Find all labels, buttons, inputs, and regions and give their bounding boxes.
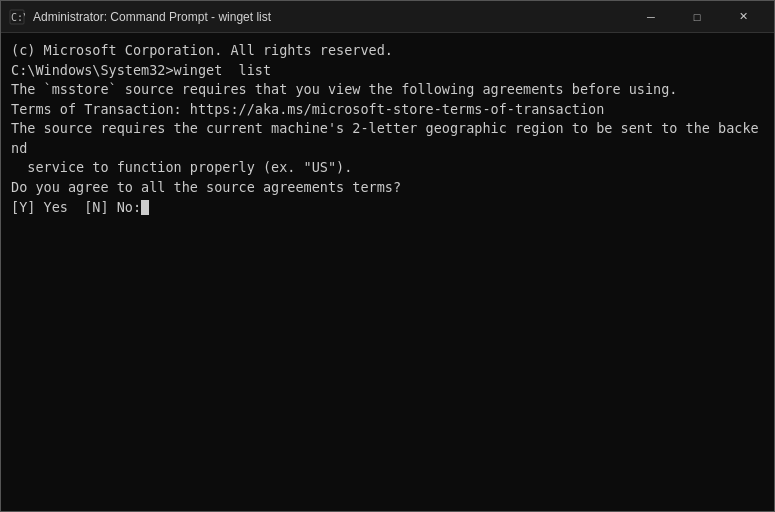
terminal-line: service to function properly (ex. "US").	[11, 158, 764, 178]
close-button[interactable]: ✕	[720, 1, 766, 33]
terminal-line: C:\Windows\System32>winget list	[11, 61, 764, 81]
terminal-line: The source requires the current machine'…	[11, 119, 764, 158]
window: C:\ Administrator: Command Prompt - wing…	[0, 0, 775, 512]
terminal-line: Do you agree to all the source agreement…	[11, 178, 764, 198]
minimize-button[interactable]: ─	[628, 1, 674, 33]
svg-text:C:\: C:\	[11, 12, 25, 23]
maximize-button[interactable]: □	[674, 1, 720, 33]
terminal-line: [Y] Yes [N] No:	[11, 198, 764, 218]
terminal-line: Terms of Transaction: https://aka.ms/mic…	[11, 100, 764, 120]
titlebar: C:\ Administrator: Command Prompt - wing…	[1, 1, 774, 33]
terminal-line: The `msstore` source requires that you v…	[11, 80, 764, 100]
terminal-body[interactable]: (c) Microsoft Corporation. All rights re…	[1, 33, 774, 511]
app-icon: C:\	[9, 9, 25, 25]
terminal-cursor	[141, 200, 149, 215]
window-controls: ─ □ ✕	[628, 1, 766, 33]
window-title: Administrator: Command Prompt - winget l…	[33, 10, 628, 24]
terminal-line: (c) Microsoft Corporation. All rights re…	[11, 41, 764, 61]
